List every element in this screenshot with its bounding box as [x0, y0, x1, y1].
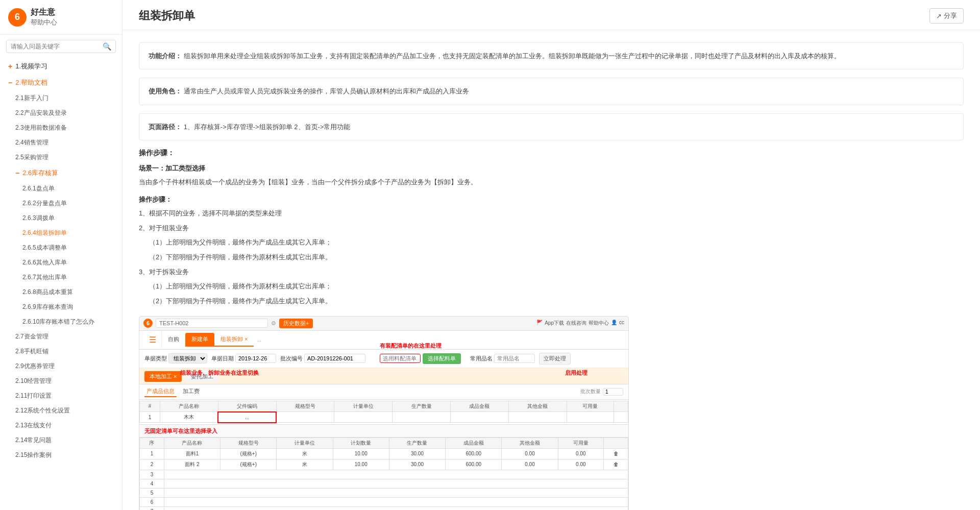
sidebar-item-2-12[interactable]: 2.12系统个性化设置: [0, 403, 122, 418]
sidebar-item-2-2[interactable]: 2.2产品安装及登录: [0, 106, 122, 120]
mock-input-common[interactable]: [494, 354, 535, 363]
sidebar: 6 好生意 帮助中心 🔍 + 1.视频学习 − 2.帮助文档 2.1新手入门 2…: [0, 0, 122, 510]
sidebar-item-2-15[interactable]: 2.15操作案例: [0, 448, 122, 463]
mock-url: TEST-H002: [156, 319, 268, 328]
sidebar-item-2-6-1[interactable]: 2.6.1盘点单: [0, 181, 122, 196]
mock-screenshot: 6 TEST-H002 ⚙ 历史数据+ 🚩 App下载 在线咨询 帮助中心 👤 …: [139, 317, 628, 510]
sidebar-item-2-6-9[interactable]: 2.6.9库存账本查询: [0, 300, 122, 314]
sidebar-item-2-8[interactable]: 2.8手机旺铺: [0, 344, 122, 359]
sidebar-item-2-6-8[interactable]: 2.6.8商品成本重算: [0, 285, 122, 300]
table-row: 2 面料 2 (规格+) 米 10.00 30.00 600.00 0.00 0…: [140, 459, 628, 470]
screenshot-container: 6 TEST-H002 ⚙ 历史数据+ 🚩 App下载 在线咨询 帮助中心 👤 …: [139, 316, 629, 510]
intro-text: 组装拆卸单用来处理企业组装或拆卸等加工业务，支持有固定装配清单的产品加工业务，也…: [184, 52, 841, 60]
mock-qty-input[interactable]: [603, 388, 623, 396]
annotation-config: 有装配清单的在这里处理: [380, 342, 442, 350]
main-content: 组装拆卸单 ↗ 分享 功能介绍： 组装拆卸单用来处理企业组装或拆卸等加工业务，支…: [122, 0, 980, 510]
sidebar-item-2-6-6[interactable]: 2.6.6其他入库单: [0, 255, 122, 270]
table-row: 4: [140, 479, 628, 488]
sidebar-item-2-1[interactable]: 2.1新手入门: [0, 91, 122, 106]
mock-input-config[interactable]: [380, 354, 421, 363]
sidebar-item-2-6-4[interactable]: 2.6.4组装拆卸单: [0, 226, 122, 240]
annotation-no-config: 无固定清单可在这里选择录入: [144, 428, 217, 434]
mock-btn-config[interactable]: 选择配料单: [423, 353, 461, 364]
intro-block: 功能介绍： 组装拆卸单用来处理企业组装或拆卸等加工业务，支持有固定装配清单的产品…: [139, 42, 964, 69]
sidebar-item-2-6-5[interactable]: 2.6.5成本调整单: [0, 240, 122, 255]
mock-subtab-fee[interactable]: 加工费: [181, 386, 202, 397]
table-row: 6: [140, 497, 628, 506]
table-row: 1 面料1 (规格+) 米 10.00 30.00 600.00 0.00 0.…: [140, 448, 628, 459]
annotation-enable: 启用处理: [565, 370, 587, 376]
sidebar-item-2-4[interactable]: 2.4销售管理: [0, 135, 122, 150]
share-icon: ↗: [936, 12, 942, 20]
mock-expand-icon: cc: [619, 320, 624, 327]
mock-left-nav: ☰: [143, 331, 162, 349]
share-button[interactable]: ↗ 分享: [929, 8, 964, 23]
sidebar-item-2-6-2[interactable]: 2.6.2分量盘点单: [0, 196, 122, 211]
sidebar-item-2-7[interactable]: 2.7资金管理: [0, 329, 122, 344]
path-text: 1、库存核算->库存管理->组装拆卸单 2、首页->常用功能: [184, 123, 351, 131]
mock-tab-home[interactable]: 自购: [162, 333, 185, 347]
mock-flag-icon: 🚩: [536, 320, 543, 327]
sidebar-item-2-5[interactable]: 2.5采购管理: [0, 150, 122, 165]
table-row: 5: [140, 488, 628, 497]
sidebar-item-2-6-10[interactable]: 2.6.10库存账本错了怎么办: [0, 314, 122, 329]
sidebar-item-2-6-7[interactable]: 2.6.7其他出库单: [0, 270, 122, 285]
mock-btn-save[interactable]: 立即处理: [539, 353, 571, 365]
path-label: 页面路径：: [149, 123, 182, 131]
mock-enable-area: 启用处理: [565, 369, 587, 377]
step2-2: （2）下部明细为子件明细，最终作为原材料生成其它出库单。: [139, 251, 964, 264]
sidebar-item-2-13[interactable]: 2.13在线支付: [0, 418, 122, 433]
mock-sub-actions: 批次数量: [580, 386, 623, 397]
mock-action-label: 批次数量: [580, 388, 601, 395]
sidebar-item-video[interactable]: + 1.视频学习: [0, 58, 122, 75]
mock-select-type[interactable]: 组装拆卸: [168, 353, 207, 363]
mock-config-area: 有装配清单的在这里处理 选择配料单: [380, 353, 461, 364]
role-block: 使用角色： 通常由生产人员或库管人员完成拆装业务的操作，库管人员确认原材料的出库…: [139, 78, 964, 105]
mock-field-date: 单据日期: [211, 354, 276, 363]
mock-user-icon: 👤: [611, 320, 617, 327]
sidebar-header: 6 好生意 帮助中心: [0, 0, 122, 35]
sidebar-item-2-6[interactable]: − 2.6库存核算: [0, 165, 122, 181]
mock-help-icon: 帮助中心: [589, 320, 609, 327]
sidebar-item-2-6-3[interactable]: 2.6.3调拨单: [0, 211, 122, 226]
step3: 3、对于拆装业务: [139, 266, 964, 279]
mock-nav-icon: ☰: [149, 335, 156, 345]
sidebar-item-2-14[interactable]: 2.14常见问题: [0, 433, 122, 448]
sidebar-item-2-9[interactable]: 2.9优惠券管理: [0, 359, 122, 374]
step3-2: （2）下部明细为子件明细，最终作为产成品生成其它入库单。: [139, 295, 964, 308]
expand-icon-2-6: −: [15, 169, 19, 177]
logo-icon: 6: [8, 8, 27, 27]
mock-tab-assembly[interactable]: 组装拆卸 ×: [214, 333, 254, 347]
content-area: 功能介绍： 组装拆卸单用来处理企业组装或拆卸等加工业务，支持有固定装配清单的产品…: [122, 30, 980, 510]
scene1-title: 场景一：加工类型选择: [139, 164, 964, 173]
mock-history-btn[interactable]: 历史数据+: [279, 319, 313, 328]
mock-input-batch[interactable]: [304, 354, 365, 363]
mock-top-row-1: 1 木木 ...: [140, 412, 628, 423]
mock-subtab-product[interactable]: 产成品信息: [144, 386, 177, 397]
app-name: 好生意: [31, 7, 57, 18]
expand-icon-1: +: [8, 62, 12, 70]
search-bar[interactable]: 🔍: [6, 40, 116, 53]
mock-bottom-table: 序 产品名称 规格型号 计量单位 计划数量 生产数量 成品金额 其他金额 可用量: [139, 438, 628, 510]
search-input[interactable]: [11, 43, 103, 50]
mock-bottom-table-container: 序 产品名称 规格型号 计量单位 计划数量 生产数量 成品金额 其他金额 可用量: [139, 438, 628, 510]
mock-field-batch: 批次编号: [280, 354, 365, 363]
mock-settings-icon: ⚙: [271, 320, 276, 327]
nav-section: + 1.视频学习 − 2.帮助文档 2.1新手入门 2.2产品安装及登录 2.3…: [0, 58, 122, 467]
ops-label: 操作步骤：: [139, 195, 964, 204]
step3-1: （1）上部明细为父件明细，最终作为原材料生成其它出库单；: [139, 280, 964, 293]
page-title: 组装拆卸单: [139, 8, 195, 23]
app-subtitle: 帮助中心: [31, 18, 57, 27]
mock-sub-tabs: 产成品信息 加工费 批次数量: [139, 384, 628, 400]
mock-tab-new[interactable]: 新建单: [185, 333, 214, 347]
search-icon[interactable]: 🔍: [103, 42, 111, 51]
sidebar-item-2-3[interactable]: 2.3使用前数据准备: [0, 120, 122, 135]
sidebar-item-help-docs[interactable]: − 2.帮助文档: [0, 75, 122, 91]
intro-label: 功能介绍：: [149, 52, 182, 60]
mock-input-date[interactable]: [235, 354, 276, 363]
sidebar-item-2-10[interactable]: 2.10经营管理: [0, 374, 122, 388]
annotation-switch: 组装业务、拆卸业务在这里切换: [180, 369, 259, 377]
mock-tab-local[interactable]: 本地加工 ×: [144, 371, 182, 382]
sidebar-item-2-11[interactable]: 2.11打印设置: [0, 388, 122, 403]
mock-tab-more[interactable]: ...: [254, 337, 264, 343]
